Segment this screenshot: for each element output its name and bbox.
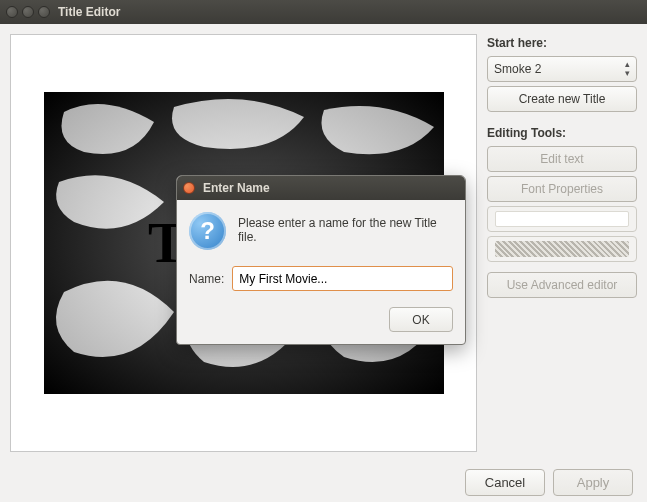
- editing-tools-label: Editing Tools:: [487, 126, 637, 140]
- sidebar: Start here: Smoke 2 ▴▾ Create new Title …: [487, 34, 637, 452]
- dialog-titlebar: Enter Name: [177, 176, 465, 200]
- window-titlebar: Title Editor: [0, 0, 647, 24]
- edit-text-button: Edit text: [487, 146, 637, 172]
- name-input[interactable]: [232, 266, 453, 291]
- template-select-value: Smoke 2: [494, 62, 541, 76]
- apply-button: Apply: [553, 469, 633, 496]
- template-select[interactable]: Smoke 2 ▴▾: [487, 56, 637, 82]
- dialog-title: Enter Name: [203, 181, 270, 195]
- question-icon: ?: [189, 212, 226, 250]
- font-properties-button: Font Properties: [487, 176, 637, 202]
- enter-name-dialog: Enter Name ? Please enter a name for the…: [176, 175, 466, 345]
- start-here-label: Start here:: [487, 36, 637, 50]
- window-minimize-icon[interactable]: [22, 6, 34, 18]
- dialog-close-icon[interactable]: [183, 182, 195, 194]
- font-color-swatch: [487, 206, 637, 232]
- window-close-icon[interactable]: [6, 6, 18, 18]
- window-title: Title Editor: [58, 5, 120, 19]
- background-swatch: [487, 236, 637, 262]
- ok-button[interactable]: OK: [389, 307, 453, 332]
- name-label: Name:: [189, 272, 224, 286]
- footer: Cancel Apply: [0, 462, 647, 502]
- cancel-button[interactable]: Cancel: [465, 469, 545, 496]
- create-new-title-button[interactable]: Create new Title: [487, 86, 637, 112]
- chevron-updown-icon: ▴▾: [625, 60, 630, 78]
- use-advanced-editor-button: Use Advanced editor: [487, 272, 637, 298]
- window-maximize-icon[interactable]: [38, 6, 50, 18]
- dialog-message: Please enter a name for the new Title fi…: [238, 212, 453, 244]
